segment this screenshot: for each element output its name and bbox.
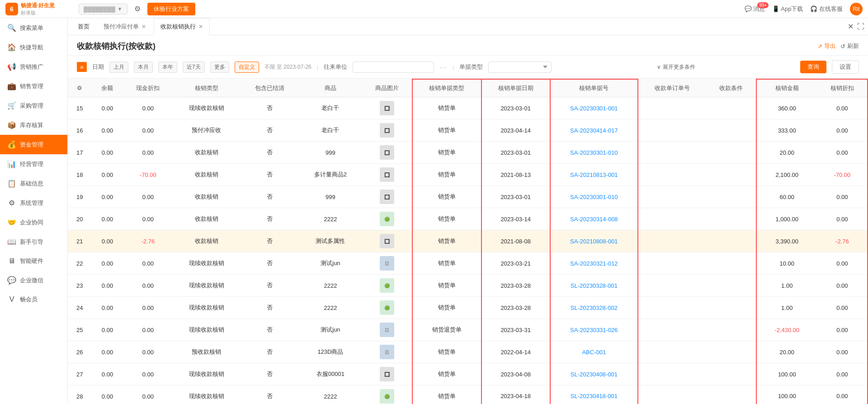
tab-prepay[interactable]: 预付冲应付单 ✕	[97, 18, 153, 35]
sidebar-item-营销推广[interactable]: 📢营销推广	[0, 57, 67, 76]
app-download[interactable]: 📱 App下载	[772, 5, 803, 13]
bill-no-link[interactable]: SA-20230331-026	[570, 327, 618, 333]
sidebar-icon: 💰	[7, 140, 16, 149]
cell-bill-no[interactable]: SA-20210808-001	[550, 230, 638, 252]
bill-no-link[interactable]: SA-20230301-001	[570, 105, 618, 112]
filter-toggle-button[interactable]: »	[77, 62, 87, 72]
customer-input[interactable]	[353, 62, 434, 73]
expand-conditions[interactable]: ∨ 展开更多条件	[657, 63, 695, 71]
query-button[interactable]: 查询	[800, 61, 826, 73]
sidebar-item-基础信息[interactable]: 📋基础信息	[0, 174, 67, 193]
company-selector[interactable]: ▓▓▓▓▓▓▓▓ ▼	[79, 4, 127, 14]
this-month-btn[interactable]: 本月	[134, 62, 153, 73]
cell-bill-no[interactable]: SA-20230331-026	[550, 319, 638, 341]
cell-product-img: 🔲	[362, 230, 412, 252]
cell-balance: 0.00	[91, 275, 123, 297]
user-avatar[interactable]: Rit	[850, 3, 863, 15]
cell-cash-discount: 0.00	[123, 97, 173, 119]
bill-no-link[interactable]: SA-20230314-008	[570, 216, 618, 223]
industry-button[interactable]: 休验行业方案	[147, 3, 195, 15]
cell-balance: 0.00	[91, 363, 123, 385]
tab-prepay-close[interactable]: ✕	[142, 24, 146, 30]
sidebar-item-搜索菜单[interactable]: 🔍搜索菜单	[0, 18, 67, 38]
notification-button[interactable]: 💬 消息 99+	[745, 5, 765, 13]
cell-bill-type: 销货单	[412, 97, 481, 119]
cell-bill-no[interactable]: SA-20230301-010	[550, 142, 638, 164]
close-tab-button[interactable]: ✕	[848, 22, 854, 31]
tab-home[interactable]: 首页	[71, 18, 96, 35]
sidebar-item-企业协同[interactable]: 🤝企业协同	[0, 213, 67, 232]
bill-type-select[interactable]	[488, 62, 552, 73]
sidebar-item-智能硬件[interactable]: 🖥智能硬件	[0, 252, 67, 271]
sidebar-item-经营管理[interactable]: 📊经营管理	[0, 154, 67, 174]
cell-included: 否	[240, 363, 298, 385]
expand-tab-button[interactable]: ⛶	[857, 22, 864, 31]
bill-no-link[interactable]: SA-20230301-010	[570, 149, 618, 156]
cell-amount: 333.00	[756, 119, 817, 142]
cell-bill-no[interactable]: SA-20230414-017	[550, 119, 638, 142]
sidebar-item-采购管理[interactable]: 🛒采购管理	[0, 96, 67, 115]
bill-no-link[interactable]: ABC-001	[582, 349, 606, 356]
sidebar-item-销售管理[interactable]: 💼销售管理	[0, 76, 67, 96]
th-settings[interactable]: ⚙	[68, 79, 91, 97]
settings-small-button[interactable]: 设置	[832, 60, 859, 74]
sidebar-icon: ⚙	[7, 199, 16, 207]
sidebar-label: 资金管理	[20, 141, 43, 149]
cell-bill-no[interactable]: SL-20230418-001	[550, 385, 638, 404]
cell-bill-no[interactable]: SA-20230314-008	[550, 208, 638, 230]
cell-condition	[706, 341, 756, 363]
settings-button[interactable]: ⚙	[131, 3, 144, 15]
cell-included: 否	[240, 252, 298, 275]
sidebar-item-资金管理[interactable]: 💰资金管理	[0, 135, 67, 154]
last-month-btn[interactable]: 上月	[109, 62, 128, 73]
cell-bill-date: 2023-03-31	[481, 319, 550, 341]
tab-receivable[interactable]: 收款核销执行 ✕	[154, 18, 210, 35]
this-year-btn[interactable]: 本年	[158, 62, 177, 73]
table-area[interactable]: ⚙ 余额 现金折扣 核销类型 包含已结清 商品 商品图片 核销单据类型 核销单据…	[68, 79, 868, 404]
cell-discount: -70.00	[817, 164, 868, 186]
cell-amount: 2,100.00	[756, 164, 817, 186]
bill-no-link[interactable]: SL-20230328-002	[571, 304, 618, 311]
sidebar-item-企业微信[interactable]: 💬企业微信	[0, 271, 67, 290]
table-row: 22 0.00 0.00 现续收款核销 否 测试jun 🖼 销货单 2023-0…	[68, 252, 868, 275]
bill-type-label: 单据类型	[459, 63, 483, 71]
bill-no-link[interactable]: SA-20230301-010	[570, 194, 618, 200]
th-bill-date: 核销单据日期	[481, 79, 550, 97]
bill-no-link[interactable]: SA-20210813-001	[570, 171, 618, 178]
custom-date-btn[interactable]: 自定义	[235, 62, 259, 73]
cell-bill-no[interactable]: SL-20230328-001	[550, 275, 638, 297]
more-date-btn[interactable]: 更多	[210, 62, 229, 73]
sidebar-icon: 🔍	[7, 24, 16, 32]
cell-amount: 1.00	[756, 297, 817, 319]
export-button[interactable]: ↗ 导出	[817, 42, 836, 50]
sidebar-label: 新手引导	[20, 238, 43, 246]
last-7-days-btn[interactable]: 近7天	[183, 62, 205, 73]
bill-no-link[interactable]: SL-20230418-001	[571, 393, 618, 399]
bill-no-link[interactable]: SL-20230328-001	[571, 282, 618, 289]
bill-no-link[interactable]: SA-20210808-001	[570, 238, 618, 245]
cell-bill-no[interactable]: ABC-001	[550, 341, 638, 363]
top-bar-center: ▓▓▓▓▓▓▓▓ ▼ ⚙ 休验行业方案	[79, 3, 739, 15]
cell-product: 老白干	[299, 119, 362, 142]
sidebar-item-库存核算[interactable]: 📦库存核算	[0, 115, 67, 135]
online-service[interactable]: 🎧 在线客服	[810, 5, 843, 13]
sidebar-item-快捷导航[interactable]: 🏠快捷导航	[0, 38, 67, 57]
cell-bill-no[interactable]: SA-20230321-012	[550, 252, 638, 275]
cell-bill-no[interactable]: SA-20210813-001	[550, 164, 638, 186]
cell-order-no	[638, 186, 706, 208]
sidebar-item-畅会员[interactable]: V畅会员	[0, 290, 67, 309]
cell-type: 收款核销	[173, 208, 240, 230]
cell-bill-no[interactable]: SA-20230301-001	[550, 97, 638, 119]
sidebar-item-系统管理[interactable]: ⚙系统管理	[0, 193, 67, 213]
bill-no-link[interactable]: SA-20230321-012	[570, 260, 618, 267]
bill-no-link[interactable]: SA-20230414-017	[570, 127, 618, 134]
cell-bill-date: 2023-03-14	[481, 208, 550, 230]
bill-no-link[interactable]: SL-20230408-001	[571, 371, 618, 378]
tab-receivable-close[interactable]: ✕	[198, 24, 203, 30]
refresh-button[interactable]: ↺ 刷新	[840, 42, 859, 50]
cell-amount: 3,390.00	[756, 230, 817, 252]
cell-bill-no[interactable]: SL-20230408-001	[550, 363, 638, 385]
sidebar-item-新手引导[interactable]: 📖新手引导	[0, 232, 67, 252]
cell-bill-no[interactable]: SL-20230328-002	[550, 297, 638, 319]
cell-bill-no[interactable]: SA-20230301-010	[550, 186, 638, 208]
